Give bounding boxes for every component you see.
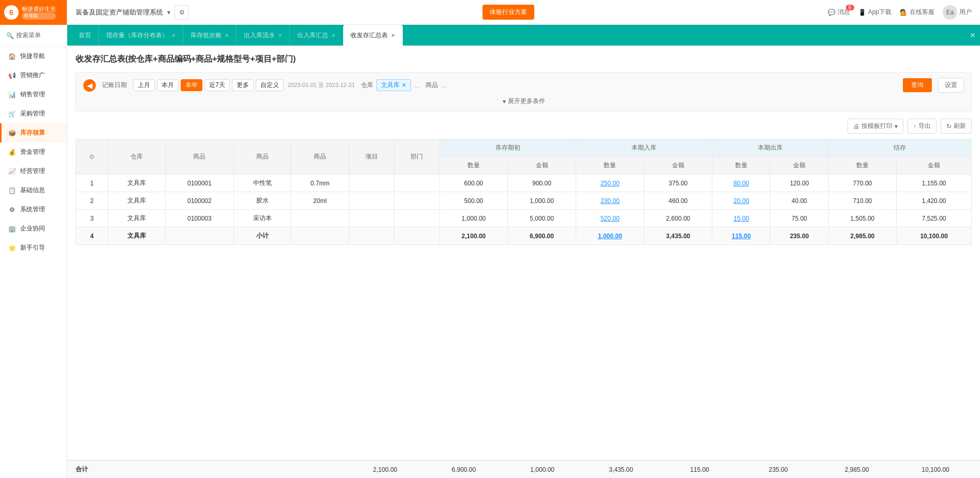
date-btn-this-month[interactable]: 本月 [157, 79, 179, 91]
tab-receive-sum[interactable]: 收发存汇总表 ✕ [343, 25, 403, 46]
print-button[interactable]: 🖨 按模板打印 ▾ [847, 119, 903, 134]
app-download-button[interactable]: 📱 App下载 [858, 8, 891, 17]
row1-c-qty: 770.00 [828, 175, 897, 192]
refresh-button[interactable]: ↻ 刷新 [941, 119, 972, 134]
sidebar-item-operations[interactable]: 📈 经营管理 [0, 162, 67, 181]
user-menu[interactable]: Ea 用户 [943, 5, 972, 20]
subtotal-o-amt: 6,900.00 [508, 227, 576, 245]
sidebar-item-baseinfo[interactable]: 📋 基础信息 [0, 181, 67, 200]
row3-out-qty[interactable]: 15.00 [712, 210, 770, 227]
row1-in-qty[interactable]: 250.00 [576, 175, 644, 192]
sidebar-item-system[interactable]: ⚙ 系统管理 [0, 200, 67, 219]
col-closing-qty: 数量 [828, 157, 897, 175]
row2-out-qty[interactable]: 20.00 [712, 192, 770, 210]
row2-in-qty[interactable]: 230.00 [576, 192, 644, 210]
goods-more[interactable]: ... [441, 82, 446, 89]
sidebar-search[interactable]: 🔍 搜索菜单 [0, 25, 67, 47]
sidebar-item-enterprise[interactable]: 🏢 企业协同 [0, 219, 67, 238]
footer-o-qty: 2,100.00 [349, 466, 421, 473]
sidebar-item-quicknav[interactable]: 🏠 快捷导航 [0, 47, 67, 66]
col-goods-name: 商品 [233, 139, 291, 175]
table-row: 1 文具库 0100001 中性笔 0.7mm 600.00 900.00 25… [76, 175, 972, 192]
col-settings[interactable]: ⚙ [76, 139, 108, 175]
row3-o-amt: 5,000.00 [508, 210, 576, 227]
row3-dept [394, 210, 440, 227]
date-btn-more[interactable]: 更多 [232, 79, 254, 91]
online-service-button[interactable]: 💁 在线客服 [900, 8, 934, 17]
row2-spec: 20ml [291, 192, 349, 210]
footer-o-amt: 6,900.00 [428, 466, 500, 473]
date-btn-last-month[interactable]: 上月 [133, 79, 155, 91]
sidebar-item-asset[interactable]: 💰 资金管理 [0, 142, 67, 162]
query-button[interactable]: 查询 [903, 78, 932, 92]
search-menu-button[interactable]: 🔍 搜索菜单 [4, 29, 63, 42]
message-badge: 6 [846, 5, 854, 10]
col-group-closing: 结存 [828, 139, 971, 157]
date-btn-this-year[interactable]: 本年 [181, 79, 202, 91]
warehouse-tag[interactable]: 文具库 ✕ [376, 79, 411, 91]
tab-close-stock[interactable]: ✕ [171, 33, 175, 38]
subtotal-out-qty[interactable]: 115.00 [712, 227, 770, 245]
warehouse-more[interactable]: ... [414, 82, 419, 89]
search-icon: 🔍 [6, 32, 14, 39]
tab-close-batch[interactable]: ✕ [225, 33, 229, 38]
right-actions: 🖨 按模板打印 ▾ ↑ 导出 ↻ 刷新 [76, 119, 972, 134]
close-all-tabs[interactable]: ✕ [970, 31, 976, 39]
row1-out-qty[interactable]: 80.00 [712, 175, 770, 192]
tab-inout-flow[interactable]: 出入库流水 ✕ [237, 25, 290, 46]
sidebar-item-purchase[interactable]: 🛒 采购管理 [0, 104, 67, 123]
trial-button[interactable]: 体验行业方案 [482, 5, 534, 20]
date-btn-7days[interactable]: 近7天 [204, 79, 230, 91]
inventory-icon: 📦 [8, 129, 16, 137]
row2-num: 2 [76, 192, 108, 210]
page-header: 收发存汇总表(按仓库+商品编码+商品+规格型号+项目+部门) [76, 54, 972, 65]
tab-home[interactable]: 首页 [71, 25, 99, 46]
row1-o-amt: 900.00 [508, 175, 576, 192]
row2-c-qty: 710.00 [828, 192, 897, 210]
service-icon: 💁 [900, 9, 908, 16]
print-icon: 🖨 [853, 123, 859, 130]
sidebar-item-marketing[interactable]: 📢 营销推广 [0, 66, 67, 85]
topbar: 装备及固定资产辅助管理系统 ▾ ⚙ 体验行业方案 💬 消息 6 📱 App下载 [67, 0, 980, 25]
col-goods-code: 商品 [166, 139, 234, 175]
settings-button[interactable]: ⚙ [174, 5, 189, 20]
tab-inout-sum[interactable]: 出入库汇总 ✕ [290, 25, 343, 46]
message-button[interactable]: 💬 消息 6 [828, 8, 850, 17]
col-warehouse: 仓库 [108, 139, 166, 175]
row3-in-qty[interactable]: 520.00 [576, 210, 644, 227]
filter-settings-button[interactable]: 设置 [938, 78, 964, 93]
sidebar-item-newbie[interactable]: 🌟 新手引导 [0, 238, 67, 257]
date-btn-custom[interactable]: 自定义 [256, 79, 284, 91]
subtotal-in-qty[interactable]: 1,000.00 [576, 227, 644, 245]
subtotal-c-amt: 10,100.00 [897, 227, 972, 245]
row3-project [349, 210, 394, 227]
gear-icon: ⚙ [179, 9, 185, 16]
refresh-icon: ↻ [946, 123, 952, 130]
tab-close-receive-sum[interactable]: ✕ [391, 33, 395, 38]
purchase-icon: 🛒 [8, 110, 16, 118]
row3-code: 0100003 [166, 210, 234, 227]
table-settings-icon[interactable]: ⚙ [89, 153, 95, 161]
row3-num: 3 [76, 210, 108, 227]
tab-stock[interactable]: 现存量（库存分布表） ✕ [99, 25, 183, 46]
row1-code: 0100001 [166, 175, 234, 192]
tab-close-inout-flow[interactable]: ✕ [278, 33, 282, 38]
subtotal-dept [394, 227, 440, 245]
row3-warehouse: 文具库 [108, 210, 166, 227]
sidebar-nav: 🏠 快捷导航 📢 营销推广 📊 销售管理 🛒 采购管理 📦 库存核算 💰 [0, 47, 67, 478]
expand-more-conditions[interactable]: ▾ 展开更多条件 [503, 97, 545, 106]
sidebar-item-inventory[interactable]: 📦 库存核算 [0, 123, 67, 142]
system-title-dropdown[interactable]: ▾ [167, 9, 170, 16]
filter-expand-button[interactable]: ◀ [83, 79, 96, 92]
sidebar-item-sales[interactable]: 📊 销售管理 [0, 85, 67, 104]
export-button[interactable]: ↑ 导出 [908, 119, 937, 134]
warehouse-tag-close[interactable]: ✕ [402, 82, 406, 89]
row1-in-amt: 375.00 [644, 175, 712, 192]
table-row: 2 文具库 0100002 胶水 20ml 500.00 1,000.00 23… [76, 192, 972, 210]
enterprise-icon: 🏢 [8, 225, 16, 233]
tab-batch[interactable]: 库存批次账 ✕ [183, 25, 237, 46]
row3-c-amt: 7,525.00 [897, 210, 972, 227]
footer-in-qty: 1,000.00 [506, 466, 579, 473]
row2-warehouse: 文具库 [108, 192, 166, 210]
tab-close-inout-sum[interactable]: ✕ [331, 33, 335, 38]
